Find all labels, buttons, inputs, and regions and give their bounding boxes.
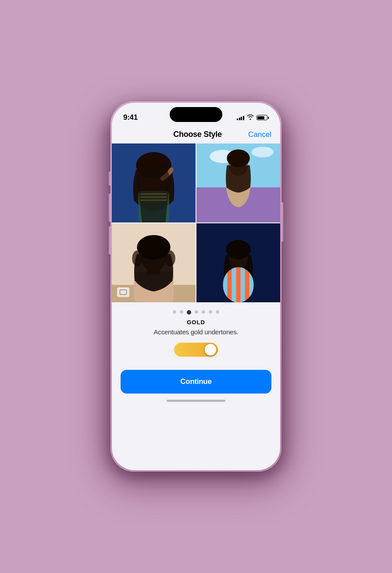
page-indicators bbox=[112, 302, 280, 319]
battery-icon bbox=[257, 115, 269, 120]
power-button bbox=[282, 202, 283, 242]
svg-point-20 bbox=[132, 251, 143, 266]
wifi-icon bbox=[247, 115, 254, 121]
content-area: GOLD Accentuates gold undertones. Contin… bbox=[112, 143, 280, 394]
dot-2 bbox=[180, 310, 183, 314]
svg-rect-27 bbox=[223, 267, 253, 302]
style-photo-2[interactable] bbox=[196, 143, 280, 222]
style-name-label: GOLD bbox=[112, 319, 280, 326]
style-image-grid[interactable] bbox=[112, 143, 280, 302]
svg-rect-30 bbox=[232, 267, 236, 302]
style-toggle[interactable] bbox=[174, 343, 218, 357]
silent-switch bbox=[109, 172, 110, 186]
style-photo-1[interactable] bbox=[112, 143, 196, 222]
navigation-bar: Choose Style Cancel bbox=[112, 126, 280, 143]
dynamic-island bbox=[170, 107, 222, 122]
dot-3-active bbox=[187, 310, 191, 315]
status-icons bbox=[237, 115, 269, 121]
phone-frame: 9:41 bbox=[110, 101, 282, 472]
dot-5 bbox=[202, 310, 205, 314]
dot-6 bbox=[209, 310, 212, 314]
signal-icon bbox=[237, 115, 244, 120]
svg-rect-5 bbox=[155, 175, 164, 181]
dot-1 bbox=[173, 310, 176, 314]
toggle-thumb bbox=[205, 344, 216, 355]
dot-4 bbox=[195, 310, 198, 314]
page-title: Choose Style bbox=[173, 130, 221, 139]
style-toggle-container bbox=[112, 343, 280, 357]
style-photo-3[interactable] bbox=[112, 223, 196, 302]
style-photo-4[interactable] bbox=[196, 223, 280, 302]
svg-rect-4 bbox=[143, 175, 152, 181]
status-time: 9:41 bbox=[123, 113, 138, 122]
svg-point-2 bbox=[136, 152, 171, 179]
svg-rect-3 bbox=[138, 191, 169, 222]
cancel-button[interactable]: Cancel bbox=[248, 130, 271, 139]
svg-rect-31 bbox=[241, 267, 245, 302]
volume-down-button bbox=[109, 226, 110, 254]
svg-point-13 bbox=[227, 150, 249, 167]
dot-7 bbox=[216, 310, 219, 314]
style-description-label: Accentuates gold undertones. bbox=[112, 328, 280, 336]
home-indicator-area bbox=[112, 394, 280, 406]
svg-point-21 bbox=[165, 251, 175, 266]
photo-library-icon bbox=[117, 287, 129, 297]
continue-button[interactable]: Continue bbox=[121, 370, 271, 394]
volume-up-button bbox=[109, 193, 110, 222]
svg-point-10 bbox=[252, 147, 274, 158]
phone-screen: 9:41 bbox=[112, 103, 280, 470]
home-bar bbox=[167, 400, 225, 402]
